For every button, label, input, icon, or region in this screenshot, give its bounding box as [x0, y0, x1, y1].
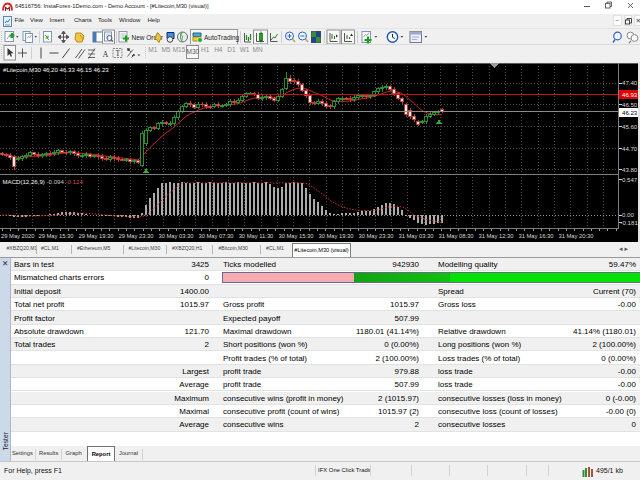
- svg-text:#Litecoin,M30 46.20 46.33 46.1: #Litecoin,M30 46.20 46.33 46.15 46.23: [3, 66, 109, 73]
- svg-text:47.40: 47.40: [622, 79, 638, 86]
- svg-text:29 May 19:30: 29 May 19:30: [78, 233, 113, 239]
- svg-text:31 May 16:30: 31 May 16:30: [518, 233, 553, 239]
- svg-text:0.547: 0.547: [622, 176, 638, 183]
- svg-text:29 May 2020: 29 May 2020: [1, 233, 35, 239]
- svg-text:30 May 07:30: 30 May 07:30: [198, 233, 233, 239]
- svg-text:31 May 20:30: 31 May 20:30: [558, 233, 593, 239]
- svg-text:29 May 23:30: 29 May 23:30: [118, 233, 153, 239]
- svg-text:T: T: [116, 49, 121, 58]
- svg-text:46.50: 46.50: [622, 101, 638, 108]
- svg-text:30 May 19:30: 30 May 19:30: [318, 233, 353, 239]
- svg-text:0.00: 0.00: [622, 211, 634, 218]
- svg-text:AutoTrading: AutoTrading: [204, 34, 240, 42]
- svg-text:30 May 11:30: 30 May 11:30: [239, 233, 274, 239]
- svg-text:MACD(12,26,9) -0.094 -0.124: MACD(12,26,9) -0.094 -0.124: [3, 178, 84, 185]
- svg-text:31 May 12:30: 31 May 12:30: [478, 233, 513, 239]
- svg-text:A: A: [103, 50, 109, 59]
- svg-text:31 May 03:30: 31 May 03:30: [398, 233, 433, 239]
- svg-text:43.80: 43.80: [622, 166, 638, 173]
- svg-text:46.23: 46.23: [622, 109, 638, 116]
- svg-text:45.60: 45.60: [622, 123, 638, 130]
- svg-text:30 May 15:30: 30 May 15:30: [278, 233, 313, 239]
- svg-text:44.70: 44.70: [622, 145, 638, 152]
- svg-text:31 May 08:30: 31 May 08:30: [438, 233, 473, 239]
- svg-text:30 May 03:30: 30 May 03:30: [158, 233, 193, 239]
- svg-text:46.93: 46.93: [622, 91, 638, 98]
- svg-text:30 May 23:30: 30 May 23:30: [358, 233, 393, 239]
- svg-text:-0.181: -0.181: [621, 219, 639, 226]
- svg-text:29 May 15:30: 29 May 15:30: [38, 233, 73, 239]
